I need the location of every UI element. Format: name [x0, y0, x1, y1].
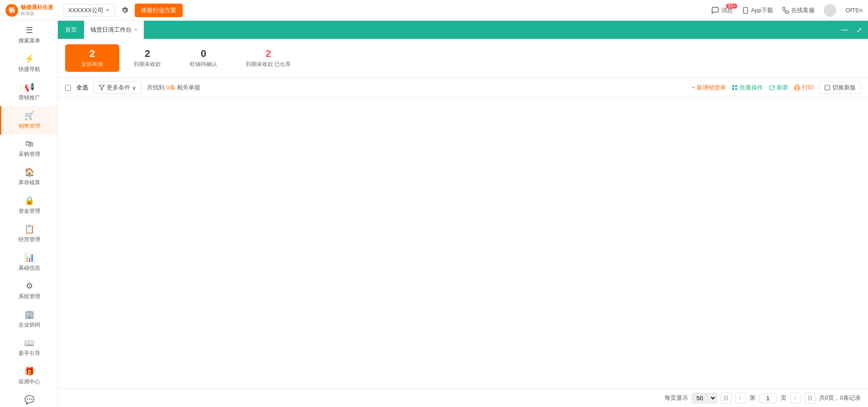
switch-version-button[interactable]: 切换新版	[819, 81, 861, 94]
stat-num-shipped: 2	[266, 48, 271, 60]
sidebar-item-appcenter[interactable]: 🎁 应用中心	[0, 362, 57, 390]
settings-button[interactable]	[118, 4, 131, 17]
base-icon: 📊	[24, 253, 34, 262]
sidebar-item-inventory-label: 库存核算	[19, 179, 40, 187]
svg-marker-2	[99, 85, 104, 90]
sidebar-item-shortcut[interactable]: ⚡ 快捷导航	[0, 49, 57, 78]
sidebar-item-purchase[interactable]: 🛍 采购管理	[0, 135, 57, 163]
page-prev-button[interactable]: ﹤	[735, 393, 746, 403]
home-tab[interactable]: 首页	[58, 21, 84, 39]
batch-button[interactable]: 批量操作	[731, 84, 763, 92]
sidebar-item-operation[interactable]: 📋 经营管理	[0, 220, 57, 248]
filter-button[interactable]: 更多条件 ∨	[94, 81, 142, 94]
switch-icon	[824, 84, 830, 91]
sidebar-item-sales[interactable]: 🛒 销售管理	[0, 106, 57, 135]
refresh-button[interactable]: 刷新	[769, 84, 788, 92]
found-count: 0条	[166, 84, 175, 91]
inventory-icon: 🏠	[24, 167, 34, 177]
sidebar-item-enterprise[interactable]: 🏢 企业协同	[0, 305, 57, 333]
purchase-icon: 🛍	[25, 139, 33, 149]
tab-bar-right: — ⤢	[839, 24, 868, 35]
sidebar-item-guide-label: 新手引导	[19, 350, 40, 357]
active-tab[interactable]: 钱货日清工作台 ×	[84, 21, 144, 39]
sidebar-item-shortcut-label: 快捷导航	[19, 65, 40, 73]
sidebar-item-search[interactable]: ☰ 搜索菜单	[0, 21, 57, 49]
svg-rect-4	[735, 85, 737, 87]
found-prefix: 共找到	[147, 84, 165, 91]
stat-card-shipped[interactable]: 2 到期未收款 已出库	[231, 44, 305, 72]
shortcut-icon: ⚡	[24, 54, 34, 64]
svg-rect-0	[744, 7, 748, 13]
page-size-select[interactable]: 50 20 100	[692, 393, 717, 403]
tab-minimize-button[interactable]: —	[839, 24, 850, 35]
sales-icon: 🛒	[24, 111, 34, 121]
page-number-input[interactable]	[759, 393, 777, 403]
sidebar-item-system[interactable]: ⚙ 系统管理	[0, 276, 57, 305]
sidebar-item-sales-label: 销售管理	[19, 122, 40, 130]
message-button[interactable]: 消息 99+	[711, 6, 733, 14]
sidebar-item-marketing-label: 营销推广	[19, 94, 40, 102]
page-last-button[interactable]: ⟩⟩	[805, 393, 816, 403]
page-first-button[interactable]: ⟨⟨	[721, 393, 731, 403]
stat-num-overdue: 2	[145, 48, 150, 60]
stat-num-all: 2	[90, 48, 95, 60]
stat-card-all[interactable]: 2 全部单据	[65, 44, 119, 72]
svg-rect-5	[732, 88, 734, 90]
toolbar-right: + 新增销货单 批量操作 刷新	[692, 81, 861, 94]
svg-rect-8	[825, 85, 830, 90]
batch-label: 批量操作	[740, 84, 763, 92]
stat-label-pending: 旺铺待确认	[190, 61, 217, 68]
select-all-checkbox[interactable]	[65, 85, 71, 91]
logo-area: 畅 畅捷通好生意 标准版	[5, 4, 63, 17]
guide-icon: 📖	[24, 338, 34, 348]
svg-rect-3	[732, 85, 734, 87]
sidebar-item-inventory[interactable]: 🏠 库存核算	[0, 163, 57, 191]
refresh-icon	[769, 84, 775, 91]
header-right: 消息 99+ App下载 在线客服 OfTEn	[711, 4, 863, 17]
print-icon	[794, 84, 800, 91]
sidebar-item-marketing[interactable]: 📢 营销推广	[0, 78, 57, 106]
tab-close-button[interactable]: ×	[134, 27, 137, 33]
marketing-icon: 📢	[24, 82, 34, 92]
found-text: 共找到 0条 相关单据	[147, 84, 200, 92]
online-service-label: 在线客服	[791, 6, 815, 14]
filter-label: 更多条件	[107, 84, 130, 92]
print-label: 打印	[802, 84, 814, 92]
stat-label-shipped: 到期未收款 已出库	[246, 61, 291, 68]
capital-icon: 🔒	[24, 196, 34, 206]
operation-icon: 📋	[24, 224, 34, 234]
found-suffix: 相关单据	[177, 84, 200, 91]
toolbar-left: 全选 更多条件 ∨ 共找到 0条 相关单据	[65, 81, 686, 94]
company-dropdown-arrow: ▼	[105, 8, 110, 13]
company-selector[interactable]: XXXXXX公司 ▼	[63, 4, 115, 17]
sidebar-item-base[interactable]: 📊 基础信息	[0, 248, 57, 276]
sidebar-item-guide[interactable]: 📖 新手引导	[0, 333, 57, 362]
appcenter-icon: 🎁	[24, 366, 34, 376]
sidebar-item-capital[interactable]: 🔒 资金管理	[0, 191, 57, 220]
print-button[interactable]: 打印	[794, 84, 814, 92]
sidebar-item-wechat[interactable]: 💬 企业微信	[0, 390, 57, 407]
page-content: 2 全部单据 2 到期未收款 0 旺铺待确认 2 到期未收款 已出库	[58, 39, 868, 407]
search-menu-icon: ☰	[26, 25, 33, 35]
message-badge: 99+	[726, 4, 737, 9]
sidebar-item-operation-label: 经营管理	[19, 236, 40, 243]
user-avatar[interactable]	[824, 4, 836, 17]
tab-maximize-button[interactable]: ⤢	[854, 24, 864, 35]
add-order-button[interactable]: + 新增销货单	[692, 84, 726, 92]
sidebar-item-search-label: 搜索菜单	[19, 37, 40, 45]
top-header: 畅 畅捷通好生意 标准版 XXXXXX公司 ▼ 体验行业方案 消息 99+ Ap…	[0, 0, 868, 21]
online-service-button[interactable]: 在线客服	[782, 6, 815, 14]
sidebar-item-system-label: 系统管理	[19, 293, 40, 300]
trial-button[interactable]: 体验行业方案	[135, 4, 183, 17]
stat-card-overdue[interactable]: 2 到期未收款	[119, 44, 175, 72]
tab-bar: 首页 钱货日清工作台 × — ⤢	[58, 21, 868, 39]
select-all-label: 全选	[76, 84, 88, 92]
svg-rect-6	[735, 88, 737, 90]
stat-card-pending[interactable]: 0 旺铺待确认	[175, 44, 231, 72]
sidebar-item-base-label: 基础信息	[19, 264, 40, 272]
table-area	[58, 98, 868, 388]
home-tab-label: 首页	[65, 26, 77, 34]
logo-text: 畅捷通好生意 标准版	[21, 4, 53, 16]
app-download-button[interactable]: App下载	[742, 6, 773, 14]
page-next-button[interactable]: ﹥	[790, 393, 801, 403]
